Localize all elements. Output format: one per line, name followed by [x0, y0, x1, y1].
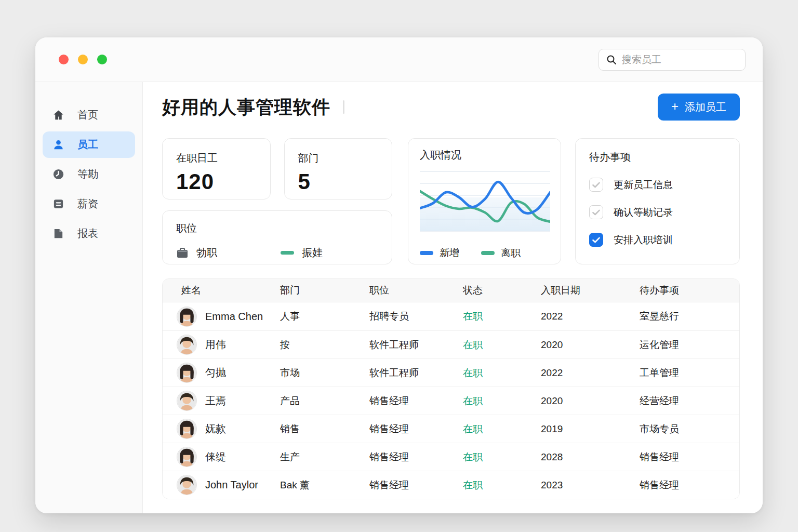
stat-label: 部门: [298, 151, 379, 165]
stat-value: 5: [298, 169, 379, 194]
table-row[interactable]: 俫缇 生产 销售经理 在职 2028 销售经理: [163, 443, 739, 471]
checkbox-unchecked[interactable]: [589, 178, 603, 192]
sidebar-item-payroll[interactable]: 薪资: [43, 191, 135, 217]
todo-label: 更新员工信息: [614, 178, 673, 192]
todo-item-3[interactable]: 安排入职培训: [589, 233, 726, 247]
employee-position: 销售经理: [369, 394, 463, 408]
column-header-department: 部门: [280, 284, 369, 297]
sidebar-item-label: 等勘: [77, 167, 98, 181]
employee-position: 销售经理: [369, 478, 463, 492]
table-row[interactable]: 用伟 按 软件工程师 在职 2020 运化管理: [163, 330, 739, 358]
employee-position: 招聘专员: [369, 310, 463, 323]
employee-hire-date: 2023: [541, 480, 640, 491]
employee-todo: 经营经理: [640, 394, 739, 408]
employee-name: 妩款: [205, 422, 226, 436]
employee-search-box[interactable]: [598, 49, 746, 71]
employee-position: 销售经理: [369, 422, 463, 436]
sidebar-item-label: 薪资: [77, 197, 98, 211]
table-row[interactable]: 匀抛 市场 软件工程师 在职 2022 工单管理: [163, 358, 739, 387]
avatar: [177, 447, 196, 467]
avatar: [177, 307, 196, 326]
todo-label: 确认等勘记录: [614, 206, 673, 219]
add-employee-button[interactable]: + 添加员工: [658, 94, 740, 121]
position-item-label: 振娃: [302, 246, 323, 260]
employee-todo: 工单管理: [640, 366, 739, 380]
avatar: [177, 419, 196, 438]
todo-label: 安排入职培训: [614, 233, 673, 247]
todo-item-1[interactable]: 更新员工信息: [589, 178, 726, 192]
legend-item-new-hires: 新增: [420, 246, 459, 260]
onboarding-chart-card: 入职情况: [408, 138, 561, 264]
employee-hire-date: 2028: [541, 451, 640, 463]
employee-position: 销售经理: [369, 450, 463, 464]
employee-hire-date: 2020: [541, 339, 640, 351]
column-header-name: 姓名: [163, 284, 280, 297]
employee-name: 用伟: [205, 338, 226, 352]
column-header-hire-date: 入职日期: [541, 284, 640, 297]
app-window: 首页 员工 等勘: [35, 37, 763, 513]
status-badge: 在职: [463, 338, 541, 352]
employee-todo: 销售经理: [640, 478, 739, 492]
positions-card: 职位 勃职: [162, 210, 392, 264]
search-input[interactable]: [622, 54, 738, 65]
position-item-2[interactable]: 振娃: [281, 246, 323, 260]
close-window-button[interactable]: [59, 55, 69, 64]
person-icon: [52, 139, 64, 151]
sidebar-item-label: 员工: [77, 138, 98, 152]
onboarding-line-chart: [420, 167, 550, 239]
avatar: [177, 391, 196, 410]
minimize-window-button[interactable]: [78, 55, 88, 64]
titlebar: [35, 37, 763, 82]
table-row[interactable]: Emma Chen 人事 招聘专员 在职 2022 室昱慈行: [163, 302, 739, 330]
stat-card-departments: 部门 5: [284, 138, 393, 200]
stat-value: 120: [176, 169, 257, 194]
chart-title: 入职情况: [420, 148, 549, 162]
employee-department: 生产: [280, 450, 369, 464]
green-dash-icon: [481, 251, 495, 255]
employee-name: 俫缇: [205, 450, 226, 464]
employee-name: Emma Chen: [205, 311, 263, 323]
plus-icon: +: [671, 99, 679, 114]
employee-todo: 运化管理: [640, 338, 739, 352]
green-dash-icon: [281, 251, 294, 255]
checkbox-checked[interactable]: [589, 233, 603, 247]
legend-label: 新增: [440, 246, 459, 260]
employee-todo: 市场专员: [640, 422, 739, 436]
employee-name: 匀抛: [205, 366, 226, 380]
legend-item-departures: 离职: [481, 246, 521, 260]
table-header-row: 姓名 部门 职位 状态 入职日期 待办事项: [163, 279, 739, 302]
status-badge: 在职: [463, 450, 541, 464]
employee-department: 人事: [280, 310, 369, 323]
employee-name: 王焉: [205, 394, 226, 408]
maximize-window-button[interactable]: [97, 55, 107, 64]
sidebar-item-reports[interactable]: 报表: [43, 220, 135, 247]
payroll-card-icon: [52, 198, 64, 210]
table-row[interactable]: 王焉 产品 销售经理 在职 2020 经营经理: [163, 387, 739, 415]
checkbox-unchecked[interactable]: [589, 205, 603, 219]
employee-position: 软件工程师: [369, 338, 463, 352]
table-row[interactable]: 妩款 销售 销售经理 在职 2019 市场专员: [163, 415, 739, 443]
employee-department: 按: [280, 338, 369, 352]
todo-item-2[interactable]: 确认等勘记录: [589, 205, 726, 219]
todo-card-title: 待办事项: [589, 150, 726, 164]
stat-card-active-employees: 在职日工 120: [162, 138, 271, 200]
table-row[interactable]: John Taylor Bak 薰 销售经理 在职 2023 销售经理: [163, 471, 739, 499]
stat-label: 在职日工: [176, 151, 257, 165]
status-badge: 在职: [463, 366, 541, 380]
employee-position: 软件工程师: [369, 366, 463, 380]
add-employee-button-label: 添加员工: [685, 100, 726, 114]
avatar: [177, 363, 196, 382]
position-item-1[interactable]: 勃职: [176, 246, 217, 260]
status-badge: 在职: [463, 422, 541, 436]
sidebar-item-home[interactable]: 首页: [43, 102, 135, 128]
search-icon: [606, 55, 617, 65]
page-title: 好用的人事管理软件: [162, 95, 330, 119]
report-file-icon: [52, 228, 64, 240]
sidebar-item-attendance[interactable]: 等勘: [43, 161, 135, 188]
employee-hire-date: 2019: [541, 423, 640, 435]
sidebar-item-employees[interactable]: 员工: [43, 131, 135, 158]
employee-hire-date: 2022: [541, 311, 640, 322]
employee-table: 姓名 部门 职位 状态 入职日期 待办事项 Emma Chen 人事 招聘专员 …: [162, 278, 740, 499]
avatar: [177, 335, 196, 354]
main-content: 好用的人事管理软件 + 添加员工 在职日工 120 部门: [143, 82, 763, 513]
